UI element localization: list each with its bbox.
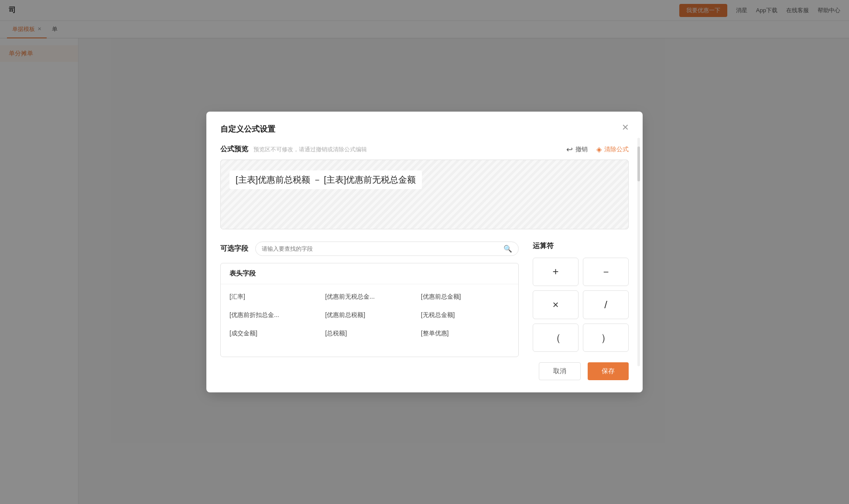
search-icon: 🔍 <box>503 245 512 253</box>
fields-label: 可选字段 <box>220 244 248 253</box>
fields-scroll-area[interactable]: [汇率] [优惠前无税总金... [优惠前总金额] [优惠前折扣总金... [优… <box>221 284 518 357</box>
search-box[interactable]: 🔍 <box>255 242 519 256</box>
operator-subtract-button[interactable]: － <box>583 258 629 286</box>
bottom-section: 可选字段 🔍 表头字段 [汇率] [优惠前无税总金... [优惠前总金额] [优… <box>220 242 629 381</box>
formula-preview-hint: 预览区不可修改，请通过撤销或清除公式编辑 <box>253 146 367 153</box>
cancel-button[interactable]: 取消 <box>539 362 581 380</box>
operators-grid: + － × / （ ） <box>533 258 629 352</box>
field-item-3[interactable]: [优惠前折扣总金... <box>226 306 322 324</box>
fields-table: 表头字段 [汇率] [优惠前无税总金... [优惠前总金额] [优惠前折扣总金.… <box>220 263 519 357</box>
field-item-4[interactable]: [优惠前总税额] <box>322 306 417 324</box>
search-input[interactable] <box>262 245 500 252</box>
operator-add-button[interactable]: + <box>533 258 579 286</box>
operators-label: 运算符 <box>533 242 629 251</box>
undo-icon: ↩ <box>566 145 573 154</box>
field-item-7[interactable]: [总税额] <box>322 324 417 343</box>
modal-close-button[interactable]: ✕ <box>618 120 632 134</box>
field-item-6[interactable]: [成交金额] <box>226 324 322 343</box>
operator-left-paren-button[interactable]: （ <box>533 324 579 352</box>
formula-display: [主表]优惠前总税额 － [主表]优惠前无税总金额 <box>229 170 422 189</box>
save-button[interactable]: 保存 <box>588 362 629 380</box>
modal-overlay: 自定义公式设置 ✕ 公式预览 预览区不可修改，请通过撤销或清除公式编辑 ↩ 撤销… <box>0 0 849 504</box>
modal-dialog: 自定义公式设置 ✕ 公式预览 预览区不可修改，请通过撤销或清除公式编辑 ↩ 撤销… <box>206 112 643 393</box>
field-item-2[interactable]: [优惠前总金额] <box>418 288 513 306</box>
operator-divide-button[interactable]: / <box>583 290 629 319</box>
field-item-5[interactable]: [无税总金额] <box>418 306 513 324</box>
formula-preview-header: 公式预览 预览区不可修改，请通过撤销或清除公式编辑 ↩ 撤销 ◈ 清除公式 <box>220 145 629 154</box>
operator-multiply-button[interactable]: × <box>533 290 579 319</box>
formula-preview-box: [主表]优惠前总税额 － [主表]优惠前无税总金额 <box>220 160 629 229</box>
formula-actions: ↩ 撤销 ◈ 清除公式 <box>566 145 629 154</box>
modal-title: 自定义公式设置 <box>220 124 629 134</box>
undo-button[interactable]: ↩ 撤销 <box>566 145 588 154</box>
undo-label: 撤销 <box>575 146 588 153</box>
field-item-1[interactable]: [优惠前无税总金... <box>322 288 417 306</box>
clear-icon: ◈ <box>596 145 602 153</box>
field-item-9[interactable] <box>226 343 322 353</box>
fields-grid: [汇率] [优惠前无税总金... [优惠前总金额] [优惠前折扣总金... [优… <box>221 284 518 357</box>
modal-footer: 取消 保存 <box>533 362 629 380</box>
fields-table-header: 表头字段 <box>221 263 518 284</box>
operator-right-paren-button[interactable]: ） <box>583 324 629 352</box>
field-item-10[interactable] <box>322 343 417 353</box>
formula-preview-label: 公式预览 <box>220 145 248 154</box>
operators-section: 运算符 + － × / （ ） 取消 保存 <box>533 242 629 381</box>
fields-section: 可选字段 🔍 表头字段 [汇率] [优惠前无税总金... [优惠前总金额] [优… <box>220 242 519 357</box>
field-item-0[interactable]: [汇率] <box>226 288 322 306</box>
field-item-8[interactable]: [整单优惠] <box>418 324 513 343</box>
clear-formula-button[interactable]: ◈ 清除公式 <box>596 145 629 153</box>
modal-scrollbar[interactable] <box>637 138 640 367</box>
fields-header: 可选字段 🔍 <box>220 242 519 256</box>
field-item-11[interactable] <box>418 343 513 353</box>
clear-label: 清除公式 <box>604 146 629 153</box>
modal-scrollbar-thumb <box>637 146 640 181</box>
